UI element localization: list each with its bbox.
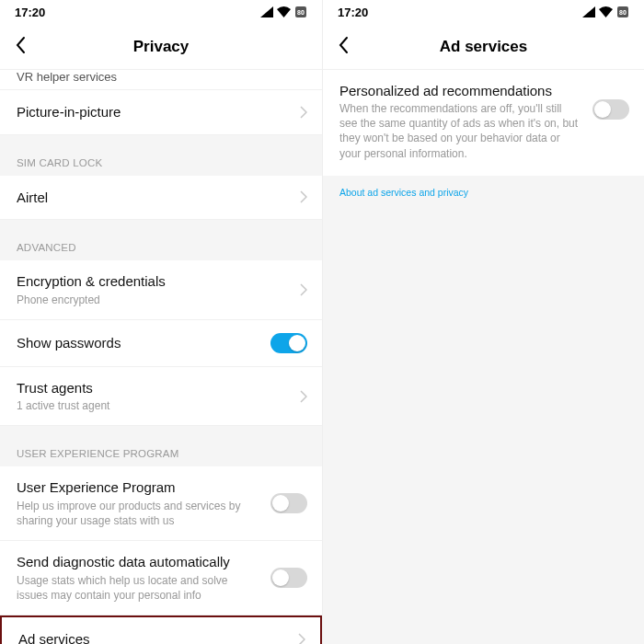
row-send-diagnostic[interactable]: Send diagnostic data automatically Usage… — [0, 541, 322, 615]
row-personalized-ads[interactable]: Personalized ad recommendations When the… — [323, 70, 644, 176]
row-sub: Phone encrypted — [17, 293, 291, 307]
wifi-icon — [277, 6, 291, 17]
status-bar: 17:20 80 — [0, 0, 322, 24]
chevron-right-icon — [300, 283, 307, 296]
chevron-left-icon — [338, 36, 349, 54]
chevron-left-icon — [15, 36, 26, 54]
svg-text:80: 80 — [619, 9, 627, 16]
chevron-right-icon — [298, 633, 305, 644]
chevron-right-icon — [300, 190, 307, 203]
row-label: Ad services — [18, 630, 289, 644]
header: Privacy — [0, 24, 322, 70]
row-sub: Usage stats which help us locate and sol… — [17, 573, 261, 603]
row-label: Airtel — [17, 189, 291, 207]
row-show-passwords[interactable]: Show passwords — [0, 320, 322, 367]
toggle-uep[interactable] — [270, 493, 307, 513]
settings-list[interactable]: VR helper services Picture-in-picture SI… — [0, 70, 322, 644]
row-label: Send diagnostic data automatically — [17, 553, 261, 571]
row-sub: Help us improve our products and service… — [17, 499, 261, 528]
row-label: Show passwords — [17, 334, 261, 352]
empty-area — [323, 209, 644, 644]
row-sub: 1 active trust agent — [17, 398, 291, 413]
signal-icon — [260, 6, 273, 17]
row-label: Personalized ad recommendations — [339, 83, 581, 98]
svg-text:80: 80 — [297, 9, 305, 16]
chevron-right-icon — [300, 106, 307, 119]
section-sim-card-lock: SIM CARD LOCK — [0, 143, 322, 176]
page-title: Privacy — [133, 38, 190, 56]
toggle-personalized-ads[interactable] — [592, 99, 629, 120]
status-icons: 80 — [582, 6, 629, 18]
ad-services-content: Personalized ad recommendations When the… — [323, 70, 644, 644]
toggle-show-passwords[interactable] — [270, 333, 307, 353]
status-bar: 17:20 80 — [323, 0, 644, 24]
cutoff-label: VR helper services — [17, 70, 305, 84]
signal-icon — [582, 6, 595, 17]
row-encryption[interactable]: Encryption & credentials Phone encrypted — [0, 260, 322, 320]
cutoff-row[interactable]: VR helper services — [0, 70, 322, 90]
status-time: 17:20 — [338, 6, 368, 19]
link-about-ads-privacy[interactable]: About ad services and privacy — [323, 176, 644, 209]
status-time: 17:20 — [15, 6, 45, 19]
row-airtel[interactable]: Airtel — [0, 176, 322, 221]
row-sub: When the recommendations are off, you'll… — [339, 101, 581, 161]
row-label: Trust agents — [17, 379, 291, 397]
row-ad-services[interactable]: Ad services — [0, 615, 322, 644]
row-trust-agents[interactable]: Trust agents 1 active trust agent — [0, 367, 322, 427]
header: Ad services — [323, 24, 644, 70]
row-label: Encryption & credentials — [17, 272, 291, 291]
battery-icon: 80 — [616, 6, 629, 18]
chevron-right-icon — [300, 390, 307, 403]
back-button[interactable] — [9, 30, 31, 63]
row-label: Picture-in-picture — [17, 103, 291, 121]
page-title: Ad services — [440, 38, 527, 56]
wifi-icon — [599, 6, 613, 17]
row-user-experience-program[interactable]: User Experience Program Help us improve … — [0, 466, 322, 541]
row-picture-in-picture[interactable]: Picture-in-picture — [0, 90, 322, 135]
section-user-experience: USER EXPERIENCE PROGRAM — [0, 433, 322, 466]
row-label: User Experience Program — [17, 478, 261, 497]
section-advanced: ADVANCED — [0, 227, 322, 260]
battery-icon: 80 — [294, 6, 307, 18]
privacy-screen: 17:20 80 Privacy VR helper services Pict… — [0, 0, 322, 644]
back-button[interactable] — [332, 30, 354, 63]
toggle-diagnostic[interactable] — [270, 568, 307, 588]
status-icons: 80 — [260, 6, 307, 18]
ad-services-screen: 17:20 80 Ad services Personalized ad rec… — [322, 0, 644, 644]
